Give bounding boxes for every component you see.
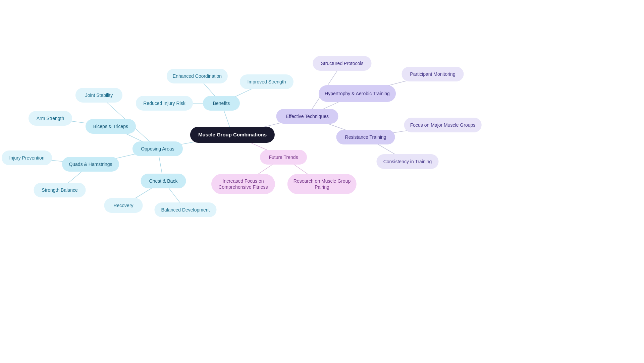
node-joint_stability[interactable]: Joint Stability <box>75 88 122 103</box>
node-center[interactable]: Muscle Group Combinations <box>190 127 275 143</box>
node-hypertrophy_aerobic[interactable]: Hypertrophy & Aerobic Training <box>319 85 396 102</box>
node-arm_strength[interactable]: Arm Strength <box>29 111 72 126</box>
node-quads_hamstrings[interactable]: Quads & Hamstrings <box>62 157 119 172</box>
node-balanced_development[interactable]: Balanced Development <box>155 202 217 217</box>
node-resistance_training[interactable]: Resistance Training <box>336 130 395 144</box>
node-effective_techniques[interactable]: Effective Techniques <box>276 109 338 124</box>
node-improved_strength[interactable]: Improved Strength <box>240 74 293 89</box>
node-research_muscle[interactable]: Research on Muscle GroupPairing <box>287 174 357 194</box>
node-opposing_areas[interactable]: Opposing Areas <box>132 141 183 156</box>
node-chest_back[interactable]: Chest & Back <box>141 174 186 188</box>
node-biceps_triceps[interactable]: Biceps & Triceps <box>86 119 136 134</box>
mindmap-canvas: Muscle Group CombinationsBenefitsEnhance… <box>0 0 644 363</box>
node-injury_prevention[interactable]: Injury Prevention <box>2 150 52 165</box>
node-participant_monitoring[interactable]: Participant Monitoring <box>402 67 464 81</box>
node-future_trends[interactable]: Future Trends <box>260 150 307 165</box>
node-increased_focus[interactable]: Increased Focus onComprehensive Fitness <box>211 174 275 194</box>
node-reduced_injury_risk[interactable]: Reduced Injury Risk <box>136 96 193 111</box>
node-enhanced_coordination[interactable]: Enhanced Coordination <box>167 69 228 83</box>
node-focus_major_muscles[interactable]: Focus on Major Muscle Groups <box>404 118 482 132</box>
node-strength_balance[interactable]: Strength Balance <box>34 183 86 197</box>
node-benefits[interactable]: Benefits <box>203 96 240 111</box>
node-structured_protocols[interactable]: Structured Protocols <box>313 56 372 71</box>
node-recovery[interactable]: Recovery <box>104 198 143 213</box>
node-consistency_training[interactable]: Consistency in Training <box>377 154 439 169</box>
